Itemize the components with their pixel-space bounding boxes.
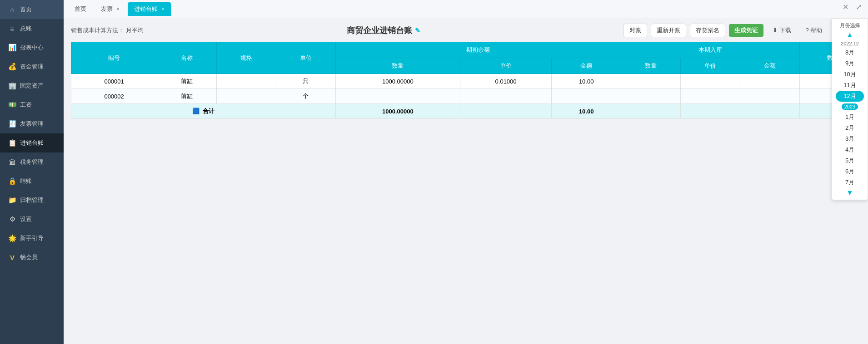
tab-invoice-close[interactable]: × <box>116 6 120 12</box>
maximize-button[interactable]: ⤢ <box>853 2 864 12</box>
tab-purchase-ledger-close[interactable]: × <box>161 6 165 12</box>
page-content: 销售成本计算方法： 月平均 商贸企业进销台账 ✎ 对账 重新开账 存货别名 生成… <box>64 18 868 344</box>
total-row: 🟦 合计 1000.00000 10.00 <box>71 104 861 119</box>
salary-icon: 💵 <box>8 101 16 109</box>
cell-no: 000001 <box>71 74 157 89</box>
tab-invoice[interactable]: 发票 × <box>95 2 126 16</box>
reopen-button[interactable]: 重新开账 <box>651 24 686 37</box>
sidebar-item-home[interactable]: ⌂ 首页 <box>0 0 64 19</box>
page-title: 商贸企业进销台账 ✎ <box>347 25 420 36</box>
sidebar-label-finance: 资金管理 <box>20 63 44 71</box>
sidebar-item-purchase-ledger[interactable]: 📋 进销台账 <box>0 133 64 152</box>
total-price-in <box>680 104 740 119</box>
cell-unit: 个 <box>276 89 335 104</box>
info-bar: 销售成本计算方法： 月平均 商贸企业进销台账 ✎ 对账 重新开账 存货别名 生成… <box>71 24 861 37</box>
month-panel-title: 月份选择 <box>832 20 868 30</box>
sidebar-item-salary[interactable]: 💵 工资 <box>0 95 64 114</box>
sidebar-label-member: 畅会员 <box>20 253 38 261</box>
month-prev-button[interactable]: ▲ <box>843 31 856 39</box>
total-qty-in <box>621 104 681 119</box>
sidebar-label-closing: 结账 <box>20 177 32 185</box>
save-alias-button[interactable]: 存货别名 <box>690 24 725 37</box>
month-item-12[interactable]: 12月 <box>836 91 864 102</box>
sidebar-label-archive: 归档管理 <box>20 196 44 204</box>
reconcile-button[interactable]: 对账 <box>624 24 647 37</box>
month-item-11[interactable]: 11月 <box>832 80 868 91</box>
year-2022: 2022.12 <box>832 40 868 47</box>
tab-purchase-ledger-label: 进销台账 <box>134 5 158 13</box>
closing-icon: 🔒 <box>8 177 16 185</box>
cell-amount-in <box>740 74 799 89</box>
sidebar-label-newbie: 新手引导 <box>20 234 44 242</box>
cell-price-init: 0.01000 <box>460 74 551 89</box>
month-panel: 月份选择 ▲ 2022.12 8月 9月 10月 11月 12月 2023 1月… <box>832 18 868 200</box>
year-2023-badge: 2023 <box>832 102 868 112</box>
month-item-1[interactable]: 1月 <box>832 112 868 123</box>
col-header-price-init: 单价 <box>460 58 551 74</box>
col-header-name: 名称 <box>157 42 217 74</box>
cell-spec <box>217 89 276 104</box>
total-amount-init: 10.00 <box>552 104 621 119</box>
toolbar-buttons: 对账 重新开账 存货别名 生成凭证 ⬇ 下载 ? 帮助 ↻ 刷新 <box>624 24 861 37</box>
total-price-init <box>460 104 551 119</box>
col-header-unit: 单位 <box>276 42 335 74</box>
sidebar-item-newbie[interactable]: 🌟 新手引导 <box>0 229 64 248</box>
sidebar-item-ledger[interactable]: ≡ 总账 <box>0 19 64 38</box>
help-button[interactable]: ? 帮助 <box>800 24 828 37</box>
sidebar-label-purchase-ledger: 进销台账 <box>20 139 44 147</box>
month-next-button[interactable]: ▼ <box>843 189 856 197</box>
tab-purchase-ledger[interactable]: 进销台账 × <box>128 2 171 16</box>
month-item-2[interactable]: 2月 <box>832 123 868 133</box>
month-item-5[interactable]: 5月 <box>832 155 868 166</box>
close-button[interactable]: ✕ <box>840 2 851 12</box>
sidebar-item-closing[interactable]: 🔒 结账 <box>0 172 64 191</box>
generate-voucher-button[interactable]: 生成凭证 <box>729 24 763 37</box>
cell-qty-in <box>621 74 681 89</box>
sidebar-label-ledger: 总账 <box>20 25 32 33</box>
month-item-3[interactable]: 3月 <box>832 133 868 144</box>
year-badge-2023: 2023 <box>842 103 858 110</box>
finance-icon: 💰 <box>8 63 16 71</box>
col-header-amount-in: 金额 <box>740 58 799 74</box>
sidebar-item-invoice-mgmt[interactable]: 🧾 发票管理 <box>0 114 64 133</box>
purchase-ledger-icon: 📋 <box>8 139 16 147</box>
month-item-4[interactable]: 4月 <box>832 144 868 155</box>
sidebar-item-assets[interactable]: 🏢 固定资产 <box>0 76 64 95</box>
col-header-qty-init: 数量 <box>335 58 460 74</box>
sidebar-item-settings[interactable]: ⚙ 设置 <box>0 210 64 229</box>
member-icon: V <box>8 254 16 261</box>
cell-qty-init <box>335 89 460 104</box>
table-row[interactable]: 000002 前缸 个 <box>71 89 861 104</box>
main-area: ✕ ⤢ 首页 发票 × 进销台账 × 销售成本计算方法： 月平均 商贸企业进销台… <box>64 0 868 344</box>
tab-home[interactable]: 首页 <box>68 2 93 16</box>
col-header-price-in: 单价 <box>680 58 740 74</box>
col-header-spec: 规格 <box>217 42 276 74</box>
download-button[interactable]: ⬇ 下载 <box>767 24 797 37</box>
col-header-qichu: 期初余额 <box>335 42 621 58</box>
month-item-8[interactable]: 8月 <box>832 47 868 58</box>
sidebar-item-reports[interactable]: 📊 报表中心 <box>0 38 64 57</box>
month-item-10[interactable]: 10月 <box>832 69 868 80</box>
edit-icon[interactable]: ✎ <box>415 27 420 34</box>
col-header-amount-init: 金额 <box>552 58 621 74</box>
invoice-icon: 🧾 <box>8 120 16 128</box>
sidebar-item-tax[interactable]: 🏛 税务管理 <box>0 152 64 172</box>
cell-price-init <box>460 89 551 104</box>
sidebar: ⌂ 首页 ≡ 总账 📊 报表中心 💰 资金管理 🏢 固定资产 💵 工资 🧾 发票… <box>0 0 64 344</box>
ledger-icon: ≡ <box>8 25 16 33</box>
assets-icon: 🏢 <box>8 82 16 90</box>
download-icon: ⬇ <box>773 27 778 34</box>
table-row[interactable]: 000001 前缸 只 1000.00000 0.01000 10.00 <box>71 74 861 89</box>
window-controls: ✕ ⤢ <box>836 0 868 14</box>
month-nav-up: ▲ <box>832 30 868 40</box>
sidebar-item-member[interactable]: V 畅会员 <box>0 248 64 267</box>
sidebar-item-finance[interactable]: 💰 资金管理 <box>0 57 64 76</box>
settings-icon: ⚙ <box>8 215 16 223</box>
month-item-9[interactable]: 9月 <box>832 58 868 69</box>
month-item-6[interactable]: 6月 <box>832 166 868 177</box>
col-header-no: 编号 <box>71 42 157 74</box>
sidebar-label-home: 首页 <box>20 5 32 14</box>
total-label-cell: 🟦 合计 <box>71 104 336 119</box>
month-item-7[interactable]: 7月 <box>832 177 868 188</box>
sidebar-item-archive[interactable]: 📁 归档管理 <box>0 191 64 210</box>
